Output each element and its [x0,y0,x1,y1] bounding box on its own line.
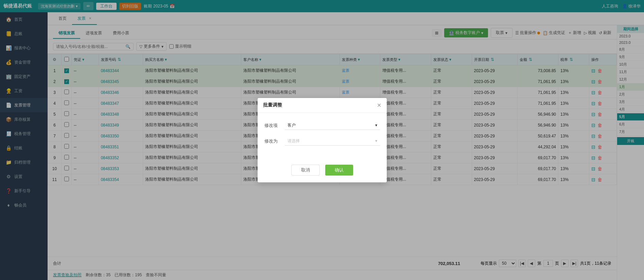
batch-adjust-modal: 批量调整 ✕ 修改项 客户 ▾ 修改为 请选择 ▾ 取消 确认 [258,98,387,182]
modify-field-row: 修改项 客户 ▾ [264,121,380,130]
modal-overlay[interactable]: 批量调整 ✕ 修改项 客户 ▾ 修改为 请选择 ▾ 取消 确认 [0,0,644,280]
modify-field-select[interactable]: 客户 ▾ [285,121,380,130]
modal-header: 批量调整 ✕ [258,98,387,113]
to-dropdown-icon: ▾ [375,138,377,143]
modify-to-placeholder: 请选择 [288,138,300,144]
modify-field-label: 修改项 [264,122,285,129]
field-dropdown-icon: ▾ [375,123,377,128]
modal-body: 修改项 客户 ▾ 修改为 请选择 ▾ [258,113,387,161]
modify-to-select[interactable]: 请选择 ▾ [285,137,380,146]
modify-to-label: 修改为 [264,138,285,144]
modify-to-row: 修改为 请选择 ▾ [264,137,380,146]
modal-footer: 取消 确认 [258,161,387,182]
modal-confirm-btn[interactable]: 确认 [325,165,353,176]
modify-field-value: 客户 [288,122,296,128]
modal-title: 批量调整 [263,102,282,108]
modal-cancel-btn[interactable]: 取消 [291,165,320,176]
modal-close-btn[interactable]: ✕ [377,102,381,109]
